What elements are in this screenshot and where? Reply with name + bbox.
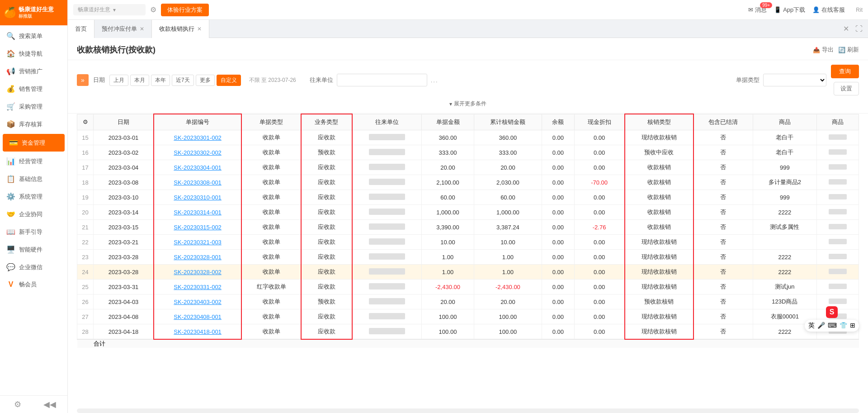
app-download-button[interactable]: 📱 App下载 — [774, 6, 805, 14]
shirt-icon[interactable]: 👕 — [840, 322, 847, 330]
sidebar-item-system[interactable]: ⚙️系统管理 — [0, 188, 67, 205]
col-amount: 单据金额 — [422, 114, 474, 130]
cell-included: 否 — [693, 220, 753, 235]
custom-date-button[interactable]: 自定义 — [217, 75, 241, 86]
doc-no-link[interactable]: SK-20230331-002 — [174, 284, 222, 290]
sidebar-item-search[interactable]: 🔍搜索菜单 — [0, 27, 67, 45]
finance-icon: 💳 — [9, 138, 18, 147]
refresh-button[interactable]: 🔄 刷新 — [838, 46, 859, 54]
sidebar-logo-sub: 标推版 — [19, 13, 54, 19]
mic-icon[interactable]: 🎤 — [817, 322, 825, 330]
sidebar-item-inventory[interactable]: 📦库存核算 — [0, 115, 67, 133]
sales-icon: 💰 — [6, 85, 15, 93]
cell-product1: 999 — [753, 190, 817, 205]
sidebar-item-guide[interactable]: 📖新手引导 — [0, 223, 67, 241]
doc-no-link[interactable]: SK-20230310-001 — [174, 194, 222, 201]
s-badge[interactable]: S — [826, 306, 838, 318]
input-icon-ying[interactable]: 英 — [808, 322, 815, 330]
doc-no-link[interactable]: SK-20230321-003 — [174, 239, 222, 246]
cell-accum-verify: 100.00 — [474, 309, 542, 324]
query-button[interactable]: 查询 — [831, 65, 859, 78]
message-button[interactable]: ✉ 消息 99+ — [748, 6, 767, 14]
sidebar-item-base[interactable]: 📋基础信息 — [0, 170, 67, 188]
gear-icon[interactable]: ⚙ — [150, 5, 156, 14]
cell-biz-type: 预收款 — [301, 294, 352, 309]
filter-expand-button[interactable]: » — [77, 74, 89, 86]
operation-icon: 📊 — [6, 157, 15, 166]
doc-no-link[interactable]: SK-20230304-001 — [174, 164, 222, 171]
this-year-button[interactable]: 本年 — [151, 75, 170, 86]
doc-no-link[interactable]: SK-20230403-002 — [174, 299, 222, 305]
cell-biz-type: 应收款 — [301, 205, 352, 220]
sidebar-item-finance[interactable]: 💳资金管理 — [3, 134, 65, 152]
doc-no-link[interactable]: SK-20230314-001 — [174, 209, 222, 216]
service-label: 在线客服 — [821, 6, 845, 14]
table-row: 18 2023-03-08 SK-20230308-001 收款单 应收款 2,… — [77, 175, 859, 190]
partner-dots[interactable]: ... — [431, 77, 439, 84]
doc-no-link[interactable]: SK-20230302-002 — [174, 149, 222, 156]
cell-balance: 0.00 — [542, 160, 574, 175]
tab-collection-verify-label: 收款核销执行 — [159, 25, 194, 33]
tab-collection-verify[interactable]: 收款核销执行 ✕ — [152, 20, 209, 38]
sidebar-item-purchase[interactable]: 🛒采购管理 — [0, 98, 67, 115]
doc-no-link[interactable]: SK-20230328-001 — [174, 254, 222, 261]
cell-doc-type: 收款单 — [241, 294, 301, 309]
solution-button[interactable]: 体验行业方案 — [161, 4, 209, 16]
table-row: 16 2023-03-02 SK-20230302-002 收款单 预收款 33… — [77, 145, 859, 160]
tab-home[interactable]: 首页 — [68, 20, 94, 38]
sidebar-item-wechat[interactable]: 💬企业微信 — [0, 258, 67, 276]
doc-type-select[interactable] — [763, 74, 826, 86]
main-table: ⚙ 日期 单据编号 单据类型 业务类型 往来单位 单据金额 累计核销金额 余额 … — [77, 114, 859, 348]
sidebar-menu: 🔍搜索菜单 🏠快捷导航 📢营销推广 💰销售管理 🛒采购管理 📦库存核算 💳资金管… — [0, 25, 67, 395]
sidebar-item-marketing[interactable]: 📢营销推广 — [0, 62, 67, 80]
settings-button[interactable]: 设置 — [834, 82, 859, 95]
table-row: 21 2023-03-15 SK-20230315-002 收款单 应收款 3,… — [77, 220, 859, 235]
cell-biz-type: 应收款 — [301, 220, 352, 235]
grid-icon[interactable]: ⊞ — [850, 322, 855, 330]
doc-no-link[interactable]: SK-20230418-001 — [174, 328, 222, 335]
keyboard-icon[interactable]: ⌨ — [828, 322, 837, 330]
cell-date: 2023-03-01 — [94, 130, 154, 145]
export-button[interactable]: 📤 导出 — [813, 46, 834, 54]
sidebar-item-label: 快捷导航 — [19, 50, 42, 58]
sidebar-item-quicknav[interactable]: 🏠快捷导航 — [0, 45, 67, 62]
last-7-days-button[interactable]: 近7天 — [172, 75, 194, 86]
cell-cash-disc: 0.00 — [574, 145, 625, 160]
sidebar-collapse-btn[interactable]: ◀◀ — [36, 399, 64, 409]
sidebar-item-member[interactable]: V畅会员 — [0, 276, 67, 293]
tab-collection-verify-close[interactable]: ✕ — [197, 26, 202, 32]
more-date-button[interactable]: 更多 — [196, 75, 215, 86]
doc-no-link[interactable]: SK-20230308-001 — [174, 179, 222, 186]
last-month-button[interactable]: 上月 — [109, 75, 128, 86]
table-scrollbar[interactable] — [77, 408, 859, 413]
tab-expand-icon[interactable]: ⛶ — [854, 23, 864, 35]
table-footer-row: 合计 — [77, 339, 859, 348]
doc-no-link[interactable]: SK-20230328-002 — [174, 269, 222, 275]
cell-num: 15 — [77, 130, 94, 145]
tab-pre-apply-close[interactable]: ✕ — [140, 26, 144, 32]
col-settings[interactable]: ⚙ — [77, 114, 94, 130]
sidebar-item-sales[interactable]: 💰销售管理 — [0, 80, 67, 98]
sidebar-settings-btn[interactable]: ⚙ — [4, 399, 32, 409]
sidebar-item-company[interactable]: 🤝企业协同 — [0, 205, 67, 223]
doc-no-link[interactable]: SK-20230301-002 — [174, 134, 222, 141]
topbar-workspace[interactable]: 畅康道好生意 ▾ — [73, 4, 146, 15]
cell-amount: 10.00 — [422, 235, 474, 250]
doc-type-filter-label: 单据类型 — [736, 76, 760, 84]
tab-close-all-icon[interactable]: ✕ — [841, 23, 851, 35]
cell-num: 23 — [77, 250, 94, 265]
sidebar-item-operation[interactable]: 📊经营管理 — [0, 152, 67, 170]
table-row: 24 2023-03-28 SK-20230328-002 收款单 应收款 1.… — [77, 265, 859, 280]
col-verify-type: 核销类型 — [625, 114, 693, 130]
expand-more-button[interactable]: ▾ 展开更多条件 — [449, 100, 486, 108]
partner-input[interactable] — [337, 74, 427, 86]
cell-date: 2023-03-28 — [94, 250, 154, 265]
sidebar-item-hardware[interactable]: 🖥️智能硬件 — [0, 241, 67, 258]
doc-no-link[interactable]: SK-20230408-001 — [174, 313, 222, 320]
online-service-button[interactable]: 👤 在线客服 — [812, 6, 845, 14]
this-month-button[interactable]: 本月 — [130, 75, 149, 86]
tab-pre-apply[interactable]: 预付冲应付单 ✕ — [94, 20, 152, 38]
cell-biz-type: 应收款 — [301, 324, 352, 340]
sidebar-item-label: 库存核算 — [19, 120, 42, 128]
doc-no-link[interactable]: SK-20230315-002 — [174, 224, 222, 231]
